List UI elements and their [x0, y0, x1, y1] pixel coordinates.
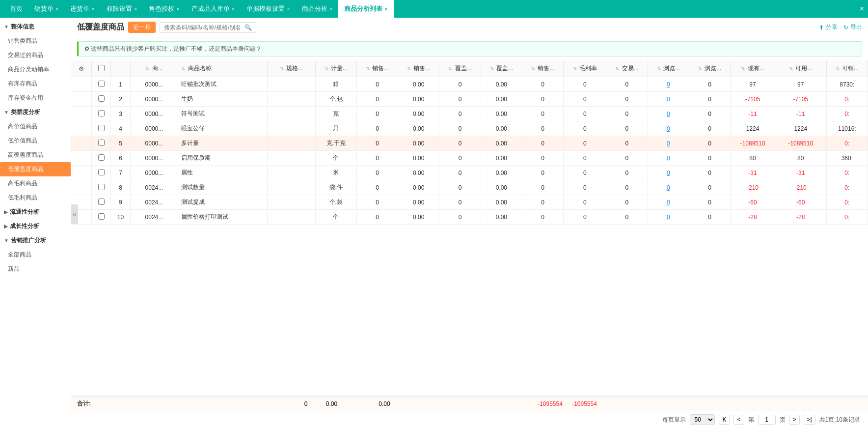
col-header-sales-amt[interactable]: ⇅ 销售...	[398, 60, 439, 77]
row-checkbox[interactable]	[92, 136, 111, 151]
col-header-cover-rate[interactable]: ⇅ 覆盖...	[481, 60, 522, 77]
nav-tab-product-entry[interactable]: 产成品入库单 ×	[186, 0, 241, 18]
col-header-cover-cust[interactable]: ⇅ 覆盖...	[439, 60, 481, 77]
sidebar-item-high-gross[interactable]: 高毛利商品	[0, 176, 71, 191]
row-checkbox[interactable]	[92, 166, 111, 180]
prev-page-button[interactable]: <	[733, 415, 744, 425]
row-browse-qty[interactable]: 0	[648, 107, 689, 121]
row-browse-qty[interactable]: 0	[648, 180, 689, 195]
close-icon[interactable]: ×	[329, 6, 332, 12]
col-header-stock[interactable]: ⇅ 现有...	[731, 60, 775, 77]
close-icon[interactable]: ×	[287, 6, 290, 12]
row-checkbox[interactable]	[92, 77, 111, 92]
col-header-check[interactable]	[92, 60, 111, 77]
row-cover-rate: 0.00	[481, 180, 522, 195]
row-browse-qty[interactable]: 0	[648, 166, 689, 180]
col-header-name[interactable]: ⇅ 商品名称	[178, 60, 268, 77]
col-header-avail[interactable]: ⇅ 可用...	[775, 60, 826, 77]
close-icon[interactable]: ×	[384, 6, 387, 12]
sidebar-collapse-button[interactable]: «	[71, 204, 78, 224]
row-checkbox[interactable]	[92, 121, 111, 136]
sidebar-item-sales-goods[interactable]: 销售类商品	[0, 34, 71, 48]
close-icon[interactable]: ×	[55, 6, 58, 12]
settings-icon[interactable]: ⚙	[79, 65, 84, 72]
nav-tab-permissions[interactable]: 权限设置 ×	[101, 0, 143, 18]
nav-tab-home[interactable]: 首页	[4, 0, 28, 18]
select-all-checkbox[interactable]	[98, 65, 105, 71]
col-header-sales-qty[interactable]: ⇅ 销售...	[356, 60, 398, 77]
row-checkbox[interactable]	[92, 195, 111, 210]
row-num: 6	[111, 151, 130, 166]
row-spec	[267, 107, 315, 121]
nav-tab-purchase[interactable]: 进货单 ×	[64, 0, 100, 18]
close-all-button[interactable]: ×	[860, 4, 864, 13]
search-input[interactable]	[164, 24, 243, 31]
row-checkbox[interactable]	[92, 92, 111, 107]
col-header-spec[interactable]: ⇅ 规格...	[267, 60, 315, 77]
share-button[interactable]: ⬆ 分享	[819, 23, 838, 31]
col-header-sales-days[interactable]: ⇅ 销售...	[522, 60, 563, 77]
row-browse-qty[interactable]: 0	[648, 92, 689, 107]
col-header-trade[interactable]: ⇅ 交易...	[606, 60, 648, 77]
sort-icon: ⇅	[366, 66, 370, 71]
sidebar-item-low-value[interactable]: 低价值商品	[0, 134, 71, 148]
sidebar-section-marketing[interactable]: ▼ 营销推广分析	[0, 233, 71, 248]
next-page-button[interactable]: >	[789, 415, 800, 425]
col-header-saleable[interactable]: ⇅ 可销...	[826, 60, 868, 77]
close-icon[interactable]: ×	[91, 6, 94, 12]
page-input[interactable]	[758, 415, 776, 425]
sort-icon: ⇅	[448, 66, 452, 71]
col-header-browse-rate[interactable]: ⇅ 浏览...	[689, 60, 730, 77]
sidebar-item-category-rate[interactable]: 商品分类动销率	[0, 62, 71, 77]
row-settings	[71, 107, 92, 121]
sidebar-item-high-coverage[interactable]: 高覆盖度商品	[0, 148, 71, 162]
close-icon[interactable]: ×	[134, 6, 137, 12]
row-browse-qty[interactable]: 0	[648, 195, 689, 210]
sidebar-item-stocked-goods[interactable]: 有库存商品	[0, 77, 71, 91]
nav-tab-product-analysis-list[interactable]: 商品分析列表 ×	[338, 0, 393, 18]
sidebar-item-high-value[interactable]: 高价值商品	[0, 119, 71, 134]
col-header-browse-qty[interactable]: ⇅ 浏览...	[648, 60, 689, 77]
sidebar-item-low-coverage[interactable]: 低覆盖度商品	[0, 162, 71, 176]
col-header-unit[interactable]: ⇅ 计量...	[315, 60, 356, 77]
nav-tab-roles[interactable]: 角色授权 ×	[143, 0, 185, 18]
sidebar-section-growth[interactable]: ▶ 成长性分析	[0, 219, 71, 233]
col-header-gross[interactable]: ⇅ 毛利率	[564, 60, 606, 77]
row-browse-qty[interactable]: 0	[648, 121, 689, 136]
col-header-code[interactable]: ⇅ 商...	[130, 60, 178, 77]
nav-tab-template[interactable]: 单据模板设置 ×	[241, 0, 296, 18]
col-header-settings[interactable]: ⚙	[71, 60, 92, 77]
export-button[interactable]: ↻ 导出	[843, 23, 862, 31]
row-browse-qty[interactable]: 0	[648, 210, 689, 225]
row-browse-qty[interactable]: 0	[648, 151, 689, 166]
search-icon[interactable]: 🔍	[244, 24, 252, 31]
row-checkbox[interactable]	[92, 107, 111, 121]
row-browse-qty[interactable]: 0	[648, 136, 689, 151]
row-browse-qty[interactable]: 0	[648, 77, 689, 92]
sidebar-section-overall[interactable]: ▼ 整体信息	[0, 20, 71, 34]
row-unit: 只	[315, 121, 356, 136]
nav-tab-sales[interactable]: 销货单 ×	[28, 0, 64, 18]
sidebar-section-cluster[interactable]: ▼ 类群度分析	[0, 105, 71, 119]
first-page-button[interactable]: K	[719, 415, 730, 425]
top-navigation: 首页 销货单 × 进货单 × 权限设置 × 角色授权 × 产成品入库单 × 单据…	[0, 0, 868, 18]
table-row: 6 0000... 启用保质期 个 0 0.00 0 0.00 0 0 0 0 …	[71, 151, 868, 166]
row-checkbox[interactable]	[92, 180, 111, 195]
sidebar-section-circulation[interactable]: ▶ 流通性分析	[0, 205, 71, 219]
last-page-button[interactable]: >|	[804, 415, 815, 425]
close-icon[interactable]: ×	[176, 6, 179, 12]
sidebar-item-low-gross[interactable]: 低毛利商品	[0, 191, 71, 205]
pagination-bar: 每页显示 50 20 100 K < 第 页 > >| 共1页,10条记录	[71, 411, 868, 428]
sidebar-item-capital-occupy[interactable]: 库存资金占用	[0, 91, 71, 105]
row-checkbox[interactable]	[92, 151, 111, 166]
close-icon[interactable]: ×	[232, 6, 235, 12]
page-label: 第	[748, 416, 754, 424]
sidebar-item-traded-goods[interactable]: 交易过的商品	[0, 48, 71, 62]
sidebar-item-new-goods[interactable]: 新品	[0, 262, 71, 276]
time-filter-button[interactable]: 近一月	[128, 22, 156, 33]
row-checkbox[interactable]	[92, 210, 111, 225]
per-page-select[interactable]: 50 20 100	[690, 414, 715, 425]
nav-tab-product-analysis[interactable]: 商品分析 ×	[296, 0, 338, 18]
sidebar-item-all-goods[interactable]: 全部商品	[0, 248, 71, 262]
row-sales-days: 0	[522, 210, 563, 225]
